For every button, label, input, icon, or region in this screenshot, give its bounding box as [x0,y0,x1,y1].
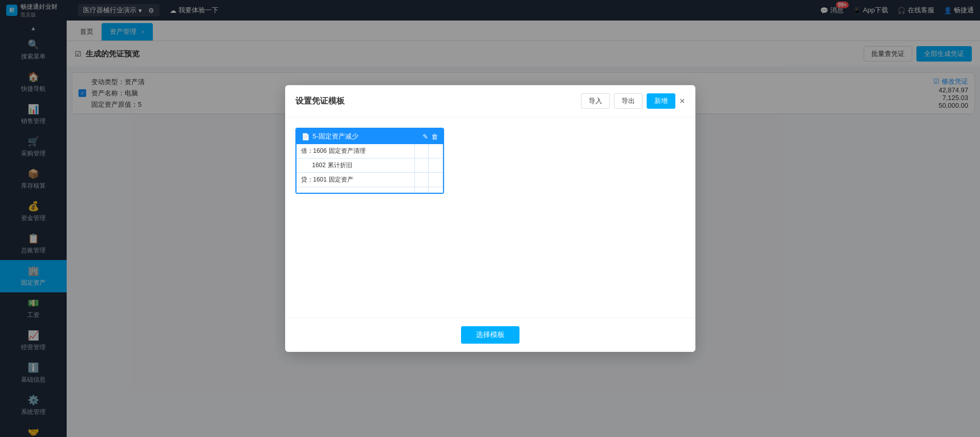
template-delete-icon[interactable]: 🗑 [431,133,438,141]
select-template-button[interactable]: 选择模板 [461,326,519,344]
modal-overlay: 设置凭证模板 导入 导出 新增 × 📄 5-固定资产减少 ✎ � [0,0,980,437]
debit-amount-4 [429,158,443,173]
modal-header: 设置凭证模板 导入 导出 新增 × [285,85,695,117]
credit-row-1: 贷：1601 固定资产 [296,173,414,187]
new-template-button[interactable]: 新增 [647,93,675,109]
debit-row-1: 借：1606 固定资产清理 [296,144,414,158]
debit-amount-2 [429,144,443,158]
template-header-left: 📄 5-固定资产减少 [302,132,359,141]
export-button[interactable]: 导出 [614,93,643,109]
table-row [296,187,443,193]
template-header-actions: ✎ 🗑 [423,133,438,141]
modal-dialog: 设置凭证模板 导入 导出 新增 × 📄 5-固定资产减少 ✎ � [285,85,695,352]
empty-row-2 [414,187,428,193]
modal-title: 设置凭证模板 [295,96,345,107]
empty-row-3 [429,187,443,193]
empty-row-1 [296,187,414,193]
debit-amount-3 [414,158,428,173]
modal-body: 📄 5-固定资产减少 ✎ 🗑 借：1606 固定资产清理 [285,117,695,317]
debit-row-2: 1602 累计折旧 [296,158,414,173]
credit-amount-1 [414,173,428,187]
table-row: 1602 累计折旧 [296,158,443,173]
debit-amount-1 [414,144,428,158]
modal-close-button[interactable]: × [679,96,685,106]
template-card: 📄 5-固定资产减少 ✎ 🗑 借：1606 固定资产清理 [295,128,444,194]
import-button[interactable]: 导入 [581,93,610,109]
credit-amount-2 [429,173,443,187]
table-row: 借：1606 固定资产清理 [296,144,443,158]
table-row: 贷：1601 固定资产 [296,173,443,187]
template-file-icon: 📄 [302,133,310,141]
template-table: 借：1606 固定资产清理 1602 累计折旧 贷：1601 固定资产 [296,144,443,193]
template-card-header: 📄 5-固定资产减少 ✎ 🗑 [296,129,443,144]
template-edit-icon[interactable]: ✎ [423,133,428,141]
modal-header-actions: 导入 导出 新增 × [581,93,685,109]
template-name: 5-固定资产减少 [313,132,359,141]
modal-footer: 选择模板 [285,317,695,352]
